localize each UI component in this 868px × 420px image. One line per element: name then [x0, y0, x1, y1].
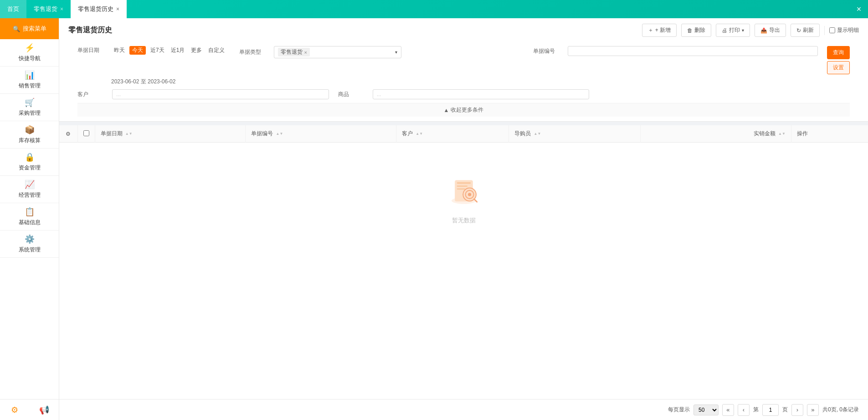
goods-placeholder: ...	[377, 91, 381, 97]
date-option-more[interactable]: 更多	[189, 46, 204, 55]
sidebar-item-finance-mgmt[interactable]: 🔒 资金管理	[0, 149, 59, 176]
export-button[interactable]: 📤 导出	[755, 24, 786, 37]
th-customer-label: 客户	[402, 130, 413, 137]
query-button[interactable]: 查询	[827, 46, 850, 59]
print-button[interactable]: 🖨 打印 ▾	[716, 24, 750, 37]
doc-no-input[interactable]	[568, 46, 818, 56]
next-page-button[interactable]: ›	[791, 404, 803, 416]
sidebar-item-quick-nav[interactable]: ⚡ 快捷导航	[0, 39, 59, 67]
filter-area: 单据日期 昨天 今天 近7天 近1月 更多 自定义 单据类型	[68, 41, 859, 121]
th-gear[interactable]: ⚙	[59, 125, 77, 143]
settings-footer-button[interactable]: ⚙	[6, 402, 23, 418]
goods-filter-label: 商品	[338, 91, 370, 98]
volume-footer-button[interactable]: 📢	[36, 402, 52, 418]
svg-rect-2	[457, 182, 471, 184]
last-page-button[interactable]: »	[807, 404, 819, 416]
inventory-check-icon: 📦	[25, 125, 35, 135]
sidebar-item-base-info[interactable]: 📋 基础信息	[0, 203, 59, 230]
doc-no-text-input[interactable]	[572, 48, 814, 54]
show-detail-label: 显示明细	[837, 26, 859, 34]
print-chevron-icon: ▾	[742, 28, 744, 33]
tab-retail-return-history-close[interactable]: ×	[116, 6, 119, 12]
add-icon: ＋	[648, 26, 653, 34]
th-actions: 操作	[791, 125, 868, 143]
operations-mgmt-icon: 📈	[25, 179, 35, 190]
show-detail-checkbox-label[interactable]: 显示明细	[829, 26, 859, 34]
toolbar: ＋ + 新增 🗑 删除 🖨 打印 ▾ 📤 导出	[642, 24, 859, 37]
th-doc-date[interactable]: 单据日期 ▲▼	[95, 125, 246, 143]
top-bar: 首页 零售退货 × 零售退货历史 × ×	[0, 0, 868, 18]
sidebar-item-finance-mgmt-label: 资金管理	[19, 164, 41, 172]
per-page-select[interactable]: 50 100	[693, 405, 719, 415]
empty-state-text: 暂无数据	[452, 216, 476, 225]
filter-collapse-button[interactable]: ▲ 收起更多条件	[77, 103, 850, 117]
th-checkbox[interactable]	[77, 125, 95, 143]
select-all-checkbox[interactable]	[83, 130, 89, 136]
page-title: 零售退货历史	[68, 26, 112, 35]
refresh-button[interactable]: ↻ 刷新	[791, 24, 820, 37]
th-guide-label: 导购员	[514, 130, 531, 137]
date-option-yesterday[interactable]: 昨天	[112, 46, 127, 55]
sidebar-item-system-mgmt-label: 系统管理	[19, 246, 41, 254]
th-guide[interactable]: 导购员 ▲▼	[509, 125, 641, 143]
toolbar-divider	[824, 26, 825, 35]
tab-retail-return[interactable]: 零售退货 ×	[26, 0, 71, 18]
gear-icon[interactable]: ⚙	[66, 131, 71, 137]
sidebar-item-sales-mgmt[interactable]: 📊 销售管理	[0, 67, 59, 94]
sidebar-search-label: 搜索菜单	[23, 25, 46, 33]
th-amount[interactable]: 实销金额 ▲▼	[641, 125, 791, 143]
sort-arrows-guide: ▲▼	[534, 132, 541, 136]
tab-home[interactable]: 首页	[0, 0, 26, 18]
th-customer[interactable]: 客户 ▲▼	[396, 125, 508, 143]
prev-page-button[interactable]: ‹	[738, 404, 750, 416]
sidebar-search[interactable]: 🔍 搜索菜单	[0, 18, 59, 39]
doc-type-tag-value: 零售退货	[281, 48, 303, 56]
goods-input[interactable]: ...	[373, 89, 590, 99]
sidebar-item-system-mgmt[interactable]: ⚙️ 系统管理	[0, 230, 59, 258]
th-amount-label: 实销金额	[754, 130, 776, 137]
refresh-icon: ↻	[796, 27, 801, 34]
doc-type-dropdown[interactable]: 零售退货 × ▾	[274, 46, 401, 58]
sidebar-item-inventory-check[interactable]: 📦 库存核算	[0, 121, 59, 149]
date-option-last7days[interactable]: 近7天	[149, 46, 166, 55]
tab-retail-return-close[interactable]: ×	[60, 6, 63, 12]
tab-retail-return-history[interactable]: 零售退货历史 ×	[71, 0, 127, 18]
finance-mgmt-icon: 🔒	[25, 152, 35, 162]
sidebar: 🔍 搜索菜单 ⚡ 快捷导航 📊 销售管理 🛒 采购管理 📦 库存核算 🔒	[0, 18, 59, 420]
sidebar-item-base-info-label: 基础信息	[19, 219, 41, 226]
date-option-lastmonth[interactable]: 近1月	[169, 46, 187, 55]
add-button-label: + 新增	[655, 26, 671, 34]
date-option-today[interactable]: 今天	[129, 46, 146, 55]
date-range-display: 2023-06-02 至 2023-06-02	[111, 78, 175, 86]
tab-home-label: 首页	[7, 5, 19, 13]
date-options: 昨天 今天 近7天 近1月 更多 自定义	[112, 46, 226, 55]
settings-filter-button[interactable]: 设置	[827, 61, 850, 74]
page-number-input[interactable]	[762, 404, 779, 416]
sidebar-item-operations-mgmt[interactable]: 📈 经营管理	[0, 176, 59, 203]
doc-type-tag-close[interactable]: ×	[304, 50, 307, 55]
filter-collapse-label: 收起更多条件	[451, 106, 483, 114]
show-detail-checkbox[interactable]	[829, 27, 835, 33]
svg-rect-4	[457, 189, 465, 190]
add-button[interactable]: ＋ + 新增	[642, 24, 677, 37]
window-close-button[interactable]: ×	[850, 0, 868, 18]
refresh-button-label: 刷新	[803, 26, 814, 34]
page-text: 第	[753, 406, 759, 414]
table-wrap: ⚙ 单据日期 ▲▼ 单据编号 ▲▼	[59, 125, 868, 399]
tab-bar: 首页 零售退货 × 零售退货历史 ×	[0, 0, 850, 18]
sidebar-item-purchase-mgmt[interactable]: 🛒 采购管理	[0, 94, 59, 121]
first-page-button[interactable]: «	[722, 404, 734, 416]
tab-retail-return-label: 零售退货	[34, 5, 57, 13]
collapse-icon: ▲	[444, 107, 449, 113]
th-doc-no[interactable]: 单据编号 ▲▼	[246, 125, 396, 143]
th-doc-date-label: 单据日期	[101, 130, 123, 137]
customer-placeholder: ...	[116, 91, 121, 97]
export-button-label: 导出	[769, 26, 780, 34]
sidebar-item-purchase-mgmt-label: 采购管理	[19, 109, 41, 117]
delete-button[interactable]: 🗑 删除	[681, 24, 711, 37]
doc-date-filter-label: 单据日期	[77, 46, 109, 54]
sort-arrows-customer: ▲▼	[416, 132, 423, 136]
customer-input[interactable]: ...	[112, 89, 329, 99]
delete-button-label: 删除	[694, 26, 705, 34]
date-option-custom[interactable]: 自定义	[206, 46, 226, 55]
